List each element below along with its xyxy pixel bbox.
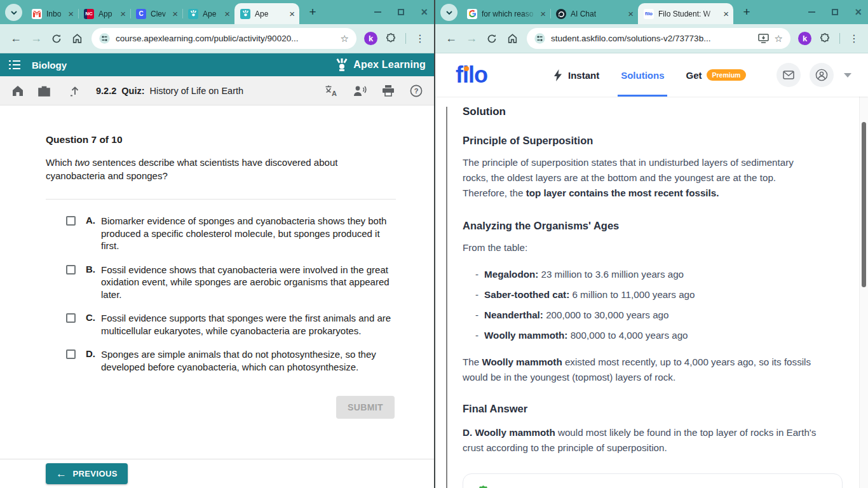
reload-icon[interactable] — [47, 29, 66, 48]
checkbox-c[interactable] — [66, 313, 76, 323]
forward-icon[interactable]: → — [462, 29, 481, 48]
quiz-body: Question 7 of 10 Which two sentences des… — [0, 106, 434, 459]
explanation-review-card[interactable]: Explanation reviewed by SuperAI — [463, 473, 843, 488]
table-intro: From the table: — [463, 240, 843, 255]
tab-search-button[interactable] — [440, 4, 458, 21]
url-bar[interactable]: student.askfilo.com/solutions-v2/73773b.… — [527, 28, 790, 49]
question-counter: Question 7 of 10 — [46, 134, 396, 146]
url-bar[interactable]: course.apexlearning.com/public/activity/… — [92, 28, 356, 49]
close-icon[interactable]: × — [628, 9, 634, 18]
new-tab-button[interactable]: + — [738, 4, 755, 20]
bookmark-star-icon[interactable]: ☆ — [341, 33, 349, 44]
read-aloud-icon[interactable] — [353, 85, 367, 97]
back-icon[interactable]: ← — [442, 29, 461, 48]
help-icon[interactable]: ? — [410, 85, 423, 97]
site-settings-icon[interactable] — [534, 33, 545, 44]
option-text[interactable]: Fossil evidence shows that cyanobacteria… — [101, 264, 396, 301]
briefcase-icon[interactable] — [38, 85, 50, 97]
tab-title: Filo Student: W — [658, 10, 719, 18]
close-icon[interactable]: × — [68, 9, 74, 18]
close-window-icon[interactable]: × — [855, 6, 862, 18]
kami-extension-icon[interactable]: k — [798, 32, 811, 45]
option-text[interactable]: Sponges are simple animals that do not p… — [101, 348, 396, 373]
print-icon[interactable] — [382, 85, 395, 97]
filo-logo[interactable]: filo — [456, 64, 487, 86]
install-app-icon[interactable] — [758, 34, 769, 43]
tab-app[interactable]: NC App × — [78, 3, 130, 24]
close-icon[interactable]: × — [224, 9, 230, 18]
question-text: Which two sentences describe what scient… — [46, 156, 376, 182]
close-icon[interactable]: × — [540, 9, 546, 18]
back-icon[interactable]: ← — [6, 29, 25, 48]
tab-apex-1[interactable]: Ape × — [182, 3, 234, 24]
browser-menu-icon[interactable]: ⋮ — [411, 32, 429, 44]
bookmark-star-icon[interactable]: ☆ — [775, 33, 783, 44]
page-scrollbar[interactable] — [859, 97, 868, 488]
kami-extension-icon[interactable]: k — [364, 32, 377, 45]
course-menu-icon[interactable] — [8, 60, 21, 70]
maximize-icon[interactable] — [398, 9, 404, 15]
close-icon[interactable]: × — [120, 9, 126, 18]
mammoth-paragraph: The Woolly mammoth existed most recently… — [463, 355, 831, 385]
ai-chat-icon — [556, 9, 566, 19]
option-letter: A. — [86, 215, 101, 252]
filo-header: filo Instant Solutions Get Premium — [435, 53, 868, 97]
activity-up-icon[interactable] — [69, 85, 81, 97]
right-browser-window: for which reaso × AI Chat × filo Filo St… — [434, 0, 868, 488]
superposition-paragraph: The principle of superposition states th… — [463, 155, 822, 201]
submit-button[interactable]: SUBMIT — [336, 396, 395, 419]
close-icon[interactable]: × — [289, 9, 295, 18]
checkbox-b[interactable] — [66, 265, 76, 274]
previous-button[interactable]: ← PREVIOUS — [46, 463, 128, 484]
account-button[interactable] — [810, 63, 834, 87]
tab-ai-chat[interactable]: AI Chat × — [550, 3, 638, 24]
home-icon[interactable] — [67, 29, 86, 48]
browser-menu-icon[interactable]: ⋮ — [845, 32, 863, 44]
question-divider — [46, 199, 396, 200]
tab-search-button[interactable] — [5, 4, 22, 21]
option-letter: B. — [86, 264, 101, 301]
checkbox-a[interactable] — [66, 216, 76, 226]
tab-inbox[interactable]: Inbo × — [26, 3, 78, 24]
close-icon[interactable]: × — [723, 9, 729, 18]
forward-icon[interactable]: → — [27, 29, 46, 48]
option-row-c: C. Fossil evidence supports that sponges… — [46, 312, 396, 337]
extensions-puzzle-icon[interactable] — [381, 29, 400, 48]
nav-instant[interactable]: Instant — [553, 69, 599, 81]
review-label: Explanation reviewed by SuperAI — [496, 486, 651, 488]
account-caret-icon[interactable] — [844, 73, 851, 78]
nav-get-premium[interactable]: Get Premium — [686, 69, 746, 81]
minimize-icon[interactable] — [374, 11, 381, 13]
tab-google-search[interactable]: for which reaso × — [461, 3, 550, 24]
organism-list: -Megalodon: 23 million to 3.6 million ye… — [463, 267, 843, 343]
scrollbar-thumb[interactable] — [862, 122, 866, 287]
site-settings-icon[interactable] — [99, 33, 110, 44]
tab-filo-active[interactable]: filo Filo Student: W × — [638, 3, 733, 24]
tab-title: Ape — [255, 10, 285, 18]
left-tab-strip: Inbo × NC App × C Clev × Ape — [0, 0, 434, 24]
tab-clever[interactable]: C Clev × — [130, 3, 182, 24]
tab-apex-active[interactable]: Ape × — [234, 3, 299, 24]
home-icon[interactable] — [503, 29, 522, 48]
right-browser-toolbar: ← → student.askfilo.com/solutions-v2/737… — [435, 24, 868, 53]
nc-icon: NC — [84, 9, 94, 19]
section-title-superposition: Principle of Superposition — [463, 135, 843, 147]
url-text: course.apexlearning.com/public/activity/… — [116, 34, 335, 43]
activity-type: Quiz: — [121, 86, 144, 96]
checkbox-d[interactable] — [66, 349, 76, 359]
new-tab-button[interactable]: + — [304, 4, 321, 20]
maximize-icon[interactable] — [832, 9, 838, 15]
close-window-icon[interactable]: × — [421, 6, 428, 18]
list-item-woolly-mammoth: -Woolly mammoth: 800,000 to 4,000 years … — [463, 328, 843, 343]
messages-button[interactable] — [776, 63, 801, 87]
translate-icon[interactable]: A — [325, 85, 338, 97]
reload-icon[interactable] — [482, 29, 501, 48]
minimize-icon[interactable] — [808, 11, 815, 13]
extensions-puzzle-icon[interactable] — [815, 29, 834, 48]
close-icon[interactable]: × — [172, 9, 178, 18]
option-text[interactable]: Biomarker evidence of sponges and cyanob… — [101, 215, 396, 252]
tab-title: AI Chat — [571, 10, 628, 18]
nav-solutions[interactable]: Solutions — [621, 53, 664, 97]
option-text[interactable]: Fossil evidence supports that sponges we… — [101, 312, 396, 337]
course-home-icon[interactable] — [11, 85, 24, 97]
